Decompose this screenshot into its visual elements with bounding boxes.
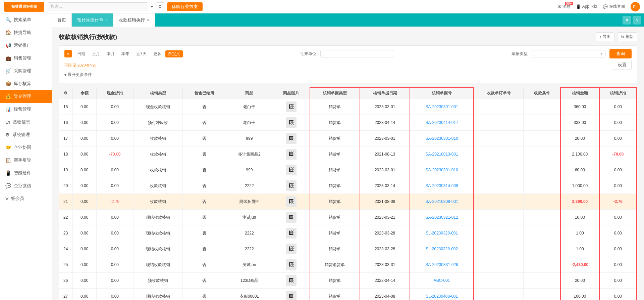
cell-doc-date: 2021-08-08 bbox=[360, 194, 410, 210]
sidebar-label-nav: 快捷导航 bbox=[14, 30, 31, 36]
sidebar-item-hardware[interactable]: 📱 智能硬件 bbox=[0, 167, 52, 179]
doc-type-select[interactable]: ▾ bbox=[532, 50, 605, 57]
date-tag-7days[interactable]: 近7天 bbox=[133, 50, 149, 57]
cell-doc-date: 2023-03-01 bbox=[360, 162, 410, 178]
home-icon: 🏠 bbox=[5, 30, 11, 35]
sidebar-item-search[interactable]: 🔍 搜索菜单 bbox=[0, 13, 52, 26]
doc-no-link[interactable]: SA-20230301-001 bbox=[425, 104, 458, 109]
tab-writeoff-close-icon[interactable]: × bbox=[147, 18, 149, 23]
cell-num: 19 bbox=[59, 162, 72, 178]
doc-no-link[interactable]: SA-20230314-008 bbox=[425, 183, 458, 188]
tab-expand-btn[interactable]: ⤡ bbox=[633, 16, 641, 25]
sidebar-item-guide[interactable]: 📋 新手引导 bbox=[0, 154, 52, 167]
message-icon: ✉ bbox=[558, 4, 561, 9]
tab-prepay-close-icon[interactable]: × bbox=[105, 18, 108, 23]
cell-doc-no[interactable]: SA-20210813-001 bbox=[410, 146, 474, 162]
export-btn[interactable]: ↑ 导出 bbox=[596, 32, 614, 41]
cell-doc-no[interactable]: SA-20210808-001 bbox=[410, 194, 474, 210]
filter-collapse-btn[interactable]: » bbox=[64, 50, 72, 57]
th-settings[interactable]: ⚙ bbox=[59, 87, 72, 99]
doc-no-link[interactable]: SL-20230408-001 bbox=[426, 294, 458, 299]
online-service-btn[interactable]: 💬 在线客服 bbox=[603, 4, 625, 9]
cell-doc-no[interactable]: SA-20230301-010 bbox=[410, 131, 474, 146]
settings-btn[interactable]: 设置 bbox=[613, 60, 632, 70]
date-tag-lastmonth[interactable]: 上月 bbox=[89, 50, 103, 57]
industry-solution-btn[interactable]: 休验行业方案 bbox=[167, 2, 203, 11]
doc-no-link[interactable]: SA-20230331-026 bbox=[425, 262, 458, 267]
date-tag-custom[interactable]: 自定义 bbox=[165, 50, 183, 57]
cell-discount: 0.00 bbox=[599, 178, 637, 194]
member-icon: V bbox=[5, 196, 8, 201]
partner-input-wrap[interactable] bbox=[320, 50, 394, 57]
cell-doc-no[interactable]: SA-20230314-008 bbox=[410, 178, 474, 194]
cell-num: 15 bbox=[59, 99, 72, 115]
th-type: 核销类型 bbox=[133, 87, 183, 99]
top-bar: 畅捷通谱好生意 搜索... ▾ ⚙ 休验行业方案 ✉ 99+ 消息 📱 App下… bbox=[0, 0, 644, 13]
cell-doc-no[interactable]: SA-20230321-012 bbox=[410, 210, 474, 225]
doc-no-link[interactable]: ABC-001 bbox=[434, 278, 450, 283]
date-tag-thismonth[interactable]: 本月 bbox=[104, 50, 117, 57]
date-tag-more[interactable]: 更多 bbox=[151, 50, 164, 57]
hardware-icon: 📱 bbox=[5, 170, 11, 176]
cell-settled: 否 bbox=[183, 210, 226, 225]
cell-settled: 否 bbox=[183, 225, 226, 241]
cell-cash-discount: 0.00 bbox=[97, 225, 133, 241]
cell-doc-type: 销货单 bbox=[310, 115, 360, 131]
cell-order-no bbox=[474, 210, 524, 225]
tab-prepay[interactable]: 预付冲应付单 × bbox=[72, 13, 113, 27]
cell-doc-date: 2023-03-01 bbox=[360, 131, 410, 146]
online-service-icon: 💬 bbox=[603, 4, 608, 9]
cell-type: 现结收款核销 bbox=[133, 241, 183, 257]
doc-no-link[interactable]: SL-20230328-001 bbox=[426, 231, 458, 235]
cell-doc-no[interactable]: SA-20230301-010 bbox=[410, 162, 474, 178]
page-header-actions: ↑ 导出 ↻ 刷新 bbox=[596, 32, 637, 41]
search-placeholder: 搜索... bbox=[51, 4, 62, 9]
sidebar-item-collab[interactable]: 🤝 企业协同 bbox=[0, 141, 52, 154]
cell-doc-no[interactable]: SA-20230414-017 bbox=[410, 115, 474, 131]
tab-close-btn[interactable]: ✕ bbox=[623, 16, 631, 25]
cell-pay-cond bbox=[524, 273, 560, 289]
message-icon-btn[interactable]: ✉ 99+ 消息 bbox=[558, 4, 571, 9]
top-dropdown[interactable]: ▾ bbox=[151, 4, 153, 9]
user-avatar[interactable]: Rit bbox=[631, 2, 640, 11]
sidebar-item-wechat[interactable]: 💬 企业微信 bbox=[0, 179, 52, 192]
cell-order-no bbox=[474, 289, 524, 300]
partner-input[interactable] bbox=[323, 51, 391, 56]
sidebar-item-marketing[interactable]: 📢 营销推广 bbox=[0, 39, 52, 52]
top-search-box[interactable]: 搜索... bbox=[48, 2, 148, 11]
doc-no-link[interactable]: SL-20230328-002 bbox=[426, 247, 458, 251]
sidebar-item-operation[interactable]: 📊 经营管理 bbox=[0, 103, 52, 116]
sidebar-item-finance[interactable]: 💰 资金管理 bbox=[0, 90, 52, 103]
sidebar-item-system[interactable]: ⚙ 系统管理 bbox=[0, 128, 52, 141]
doc-no-link[interactable]: SA-20210813-001 bbox=[425, 152, 458, 157]
doc-no-link[interactable]: SA-20230414-017 bbox=[425, 120, 458, 125]
cell-doc-no[interactable]: ABC-001 bbox=[410, 273, 474, 289]
doc-no-link[interactable]: SA-20230301-010 bbox=[425, 136, 458, 141]
sidebar-item-inventory[interactable]: 📦 库存核算 bbox=[0, 77, 52, 90]
refresh-btn[interactable]: ↻ 刷新 bbox=[617, 32, 637, 41]
expand-more-btn[interactable]: ▾ 展开更多条件 bbox=[64, 72, 632, 78]
sidebar-item-sales[interactable]: 💼 销售管理 bbox=[0, 52, 52, 65]
tab-writeoff[interactable]: 收款核销执行 × bbox=[113, 13, 155, 27]
sidebar-item-nav[interactable]: 🏠 快捷导航 bbox=[0, 26, 52, 39]
doc-no-link[interactable]: SA-20210808-001 bbox=[425, 199, 458, 204]
sidebar-item-member[interactable]: V 畅会员 bbox=[0, 192, 52, 205]
query-btn[interactable]: 查询 bbox=[609, 49, 632, 58]
settings-gear-btn[interactable]: ⚙ bbox=[156, 2, 164, 11]
doc-no-link[interactable]: SA-20230301-010 bbox=[425, 168, 458, 172]
cell-order-no bbox=[474, 178, 524, 194]
cell-doc-no[interactable]: SA-20230301-001 bbox=[410, 99, 474, 115]
sidebar-item-basic[interactable]: 🗂 基础信息 bbox=[0, 116, 52, 128]
cell-doc-no[interactable]: SA-20230331-026 bbox=[410, 257, 474, 273]
cell-doc-no[interactable]: SL-20230328-002 bbox=[410, 241, 474, 257]
cell-doc-type: 销货单 bbox=[310, 289, 360, 300]
app-download-btn[interactable]: 📱 App下载 bbox=[576, 4, 597, 9]
tab-home[interactable]: 首页 bbox=[52, 13, 72, 27]
table-row: 22 0.00 0.00 现结收款核销 否 测试jun 🖼 销货单 2023-0… bbox=[59, 210, 637, 225]
date-tag-thisyear[interactable]: 本年 bbox=[119, 50, 132, 57]
cell-goods: 老白干 bbox=[226, 115, 273, 131]
doc-no-link[interactable]: SA-20230321-012 bbox=[425, 215, 458, 220]
sidebar-item-purchase[interactable]: 🛒 采购管理 bbox=[0, 65, 52, 77]
cell-doc-no[interactable]: SL-20230328-001 bbox=[410, 225, 474, 241]
cell-doc-no[interactable]: SL-20230408-001 bbox=[410, 289, 474, 300]
